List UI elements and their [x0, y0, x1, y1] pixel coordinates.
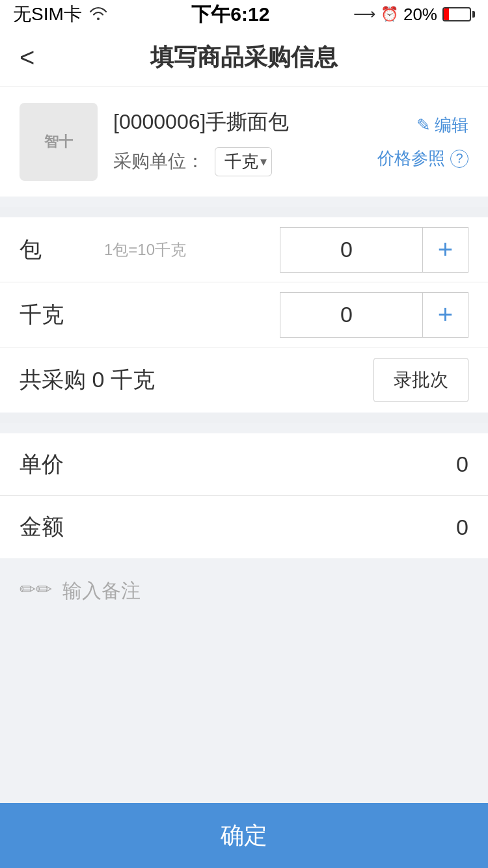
product-name: [0000006]手撕面包	[113, 108, 362, 137]
help-icon: ?	[450, 150, 468, 168]
bag-sublabel: 1包=10千克	[104, 239, 186, 260]
edit-pencil-icon: ✎	[416, 115, 431, 135]
carrier-text: 无SIM卡	[13, 2, 82, 27]
unit-select-wrap[interactable]: 千克	[215, 147, 272, 176]
price-ref-label: 价格参照	[377, 147, 445, 170]
bag-input-right: +	[280, 227, 468, 273]
product-unit-row: 采购单位： 千克	[113, 147, 362, 176]
status-bar: 无SIM卡 下午6:12 ⟶ ⏰ 20%	[0, 0, 488, 29]
unit-select[interactable]: 千克	[215, 147, 272, 176]
main-content: 智十 [0000006]手撕面包 采购单位： 千克 ✎ 编辑 价格参照 ?	[0, 87, 488, 708]
edit-button[interactable]: ✎ 编辑	[416, 114, 468, 137]
battery-icon	[442, 7, 475, 21]
location-icon: ⟶	[353, 5, 375, 23]
bag-input-row: 包 1包=10千克 +	[0, 217, 488, 282]
kg-plus-button[interactable]: +	[423, 292, 468, 338]
kg-input-row: 千克 +	[0, 282, 488, 347]
bag-quantity-input[interactable]	[280, 227, 423, 273]
price-ref-button[interactable]: 价格参照 ?	[377, 147, 468, 170]
bag-label: 包	[20, 235, 98, 265]
section-divider-1	[0, 207, 488, 217]
page-title: 填写商品采购信息	[150, 42, 338, 74]
amount-value: 0	[456, 515, 468, 540]
unit-price-row: 单价 0	[0, 433, 488, 496]
back-button[interactable]: <	[20, 43, 34, 72]
info-section: 单价 0 金额 0	[0, 433, 488, 558]
unit-price-label: 单价	[20, 450, 64, 480]
total-label: 共采购 0 千克	[20, 365, 155, 395]
product-actions: ✎ 编辑 价格参照 ?	[377, 114, 468, 170]
product-card: 智十 [0000006]手撕面包 采购单位： 千克 ✎ 编辑 价格参照 ?	[0, 87, 488, 197]
total-row: 共采购 0 千克 录批次	[0, 347, 488, 413]
kg-input-right: +	[280, 292, 468, 338]
input-section: 包 1包=10千克 + 千克 +	[0, 217, 488, 347]
remark-placeholder: 输入备注	[62, 578, 141, 604]
unit-price-value: 0	[456, 452, 468, 477]
wifi-icon	[88, 4, 108, 25]
status-time: 下午6:12	[191, 1, 269, 28]
kg-quantity-input[interactable]	[280, 292, 423, 338]
battery-percent: 20%	[403, 5, 437, 25]
alarm-icon: ⏰	[381, 6, 398, 23]
product-info: [0000006]手撕面包 采购单位： 千克	[113, 108, 362, 176]
section-divider-2	[0, 413, 488, 423]
product-thumbnail: 智十	[20, 103, 98, 181]
nav-bar: < 填写商品采购信息	[0, 29, 488, 87]
remark-section[interactable]: ✏ 输入备注	[0, 558, 488, 636]
amount-row: 金额 0	[0, 496, 488, 558]
unit-label: 采购单位：	[113, 149, 204, 174]
bag-plus-button[interactable]: +	[423, 227, 468, 273]
batch-button[interactable]: 录批次	[373, 358, 468, 402]
status-right: ⟶ ⏰ 20%	[353, 5, 475, 25]
confirm-button[interactable]: 确定	[0, 803, 488, 868]
amount-label: 金额	[20, 512, 64, 542]
kg-label: 千克	[20, 300, 98, 330]
remark-pencil-icon: ✏	[20, 578, 52, 601]
status-left: 无SIM卡	[13, 2, 108, 27]
